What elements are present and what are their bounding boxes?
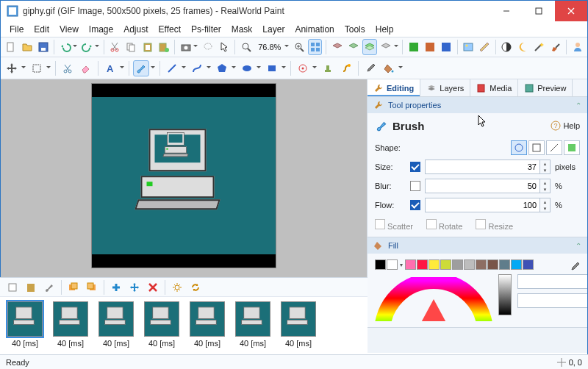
- save-button[interactable]: [36, 39, 50, 55]
- fill-tool[interactable]: [381, 60, 397, 76]
- frame-brush-button[interactable]: [41, 279, 57, 295]
- shape-custom[interactable]: [564, 140, 580, 155]
- blur-checkbox[interactable]: [410, 181, 420, 191]
- swatch-2[interactable]: [405, 259, 416, 270]
- curve-dropdown[interactable]: [205, 60, 212, 76]
- grid-2-button[interactable]: [423, 39, 437, 55]
- zoom-fit-button[interactable]: [239, 39, 253, 55]
- panel-header-tool-properties[interactable]: Tool properties ⌃: [368, 97, 587, 113]
- tab-editing[interactable]: Editing: [368, 79, 420, 96]
- swatch-6[interactable]: [452, 259, 463, 270]
- zoom-button[interactable]: [292, 39, 306, 55]
- swatch-5[interactable]: [440, 259, 451, 270]
- ellipse-dropdown[interactable]: [255, 60, 262, 76]
- frame-dup2-button[interactable]: [84, 279, 100, 295]
- grid-1-button[interactable]: [406, 39, 420, 55]
- select-dropdown[interactable]: [45, 60, 51, 76]
- scissors-tool[interactable]: [60, 60, 76, 76]
- frame-4[interactable]: 40 [ms]: [190, 301, 225, 350]
- frame-1[interactable]: 40 [ms]: [53, 301, 88, 350]
- frame-6[interactable]: 40 [ms]: [281, 301, 316, 350]
- shape-square[interactable]: [528, 140, 545, 155]
- contrast-button[interactable]: [500, 39, 514, 55]
- eyedropper-tool[interactable]: [362, 60, 379, 76]
- flow-checkbox[interactable]: [410, 200, 420, 210]
- frame-2[interactable]: 40 [ms]: [98, 301, 134, 350]
- target-tool[interactable]: [295, 60, 311, 76]
- layer-a-button[interactable]: [330, 39, 344, 55]
- frame-thumbnail[interactable]: [7, 301, 43, 337]
- cut-button[interactable]: [108, 39, 122, 55]
- swatch-11[interactable]: [511, 259, 522, 270]
- tab-media[interactable]: Media: [470, 79, 518, 96]
- frame-thumbnail[interactable]: [53, 301, 88, 337]
- scatter-option[interactable]: Scatter: [375, 219, 413, 231]
- size-input[interactable]: [425, 160, 540, 174]
- resize-option[interactable]: Resize: [476, 219, 513, 231]
- eyedropper-icon[interactable]: [570, 262, 580, 272]
- menu-layer[interactable]: Layer: [258, 23, 289, 36]
- open-file-button[interactable]: [20, 39, 34, 55]
- smudge-tool[interactable]: [338, 60, 354, 76]
- zoom-dropdown[interactable]: [284, 39, 290, 55]
- menu-help[interactable]: Help: [371, 23, 398, 36]
- text-dropdown[interactable]: [118, 60, 125, 76]
- paste-new-button[interactable]: [157, 39, 171, 55]
- swatch-0[interactable]: [375, 259, 386, 270]
- line-dropdown[interactable]: [180, 60, 187, 76]
- capture-button[interactable]: [179, 39, 193, 55]
- size-spinner[interactable]: ▲▼: [540, 160, 551, 174]
- new-file-button[interactable]: [4, 39, 18, 55]
- swatch-9[interactable]: [487, 259, 498, 270]
- polygon-tool[interactable]: [214, 60, 230, 76]
- help-link[interactable]: ?Help: [551, 121, 580, 131]
- rect-dropdown[interactable]: [280, 60, 287, 76]
- shape-circle[interactable]: [511, 140, 527, 155]
- close-button[interactable]: [555, 1, 587, 21]
- fill-dropdown[interactable]: [397, 60, 404, 76]
- fill-value-a[interactable]: [517, 274, 588, 289]
- menu-animation[interactable]: Animation: [290, 23, 338, 36]
- frames-strip[interactable]: 40 [ms]40 [ms]40 [ms]40 [ms]40 [ms]40 [m…: [0, 297, 368, 354]
- menu-file[interactable]: File: [5, 23, 28, 36]
- copy-button[interactable]: [124, 39, 138, 55]
- lasso-button[interactable]: [201, 39, 215, 55]
- minimize-button[interactable]: [490, 1, 523, 21]
- pointer-button[interactable]: [217, 39, 231, 55]
- curve-tool[interactable]: [189, 60, 205, 76]
- undo-button[interactable]: [58, 39, 72, 55]
- shape-diagonal[interactable]: [546, 140, 562, 155]
- move-tool[interactable]: [4, 60, 20, 76]
- text-tool[interactable]: A: [102, 60, 118, 76]
- collapse-icon[interactable]: ⌃: [576, 242, 581, 250]
- frame-paste-button[interactable]: [23, 279, 39, 295]
- menu-image[interactable]: Image: [85, 23, 118, 36]
- frame-0[interactable]: 40 [ms]: [7, 301, 43, 350]
- frame-thumbnail[interactable]: [144, 301, 179, 337]
- frame-add-button[interactable]: [108, 279, 124, 295]
- swatch-4[interactable]: [429, 259, 440, 270]
- capture-dropdown[interactable]: [193, 39, 198, 55]
- swatch-12[interactable]: [523, 259, 534, 270]
- frame-3[interactable]: 40 [ms]: [144, 301, 179, 350]
- swatch-3[interactable]: [417, 259, 428, 270]
- ellipse-tool[interactable]: [239, 60, 255, 76]
- menu-adjust[interactable]: Adjust: [119, 23, 152, 36]
- color-wheel[interactable]: [375, 277, 492, 321]
- frame-thumbnail[interactable]: [281, 301, 316, 337]
- layer-c-button[interactable]: [362, 39, 376, 55]
- swatch-7[interactable]: [464, 259, 475, 270]
- wand-button[interactable]: [532, 39, 546, 55]
- frame-5[interactable]: 40 [ms]: [235, 301, 270, 350]
- zoom-value[interactable]: 76.8%: [255, 43, 284, 51]
- user-button[interactable]: [570, 39, 584, 55]
- flow-input[interactable]: [425, 198, 540, 212]
- frame-open-button[interactable]: [4, 279, 21, 295]
- blur-input[interactable]: [425, 179, 540, 193]
- brush-dropdown[interactable]: [149, 60, 156, 76]
- brush-tool[interactable]: [133, 60, 149, 76]
- frame-move-button[interactable]: [126, 279, 143, 295]
- redo-button[interactable]: [80, 39, 94, 55]
- layer-d-button[interactable]: [379, 39, 393, 55]
- frame-thumbnail[interactable]: [190, 301, 225, 337]
